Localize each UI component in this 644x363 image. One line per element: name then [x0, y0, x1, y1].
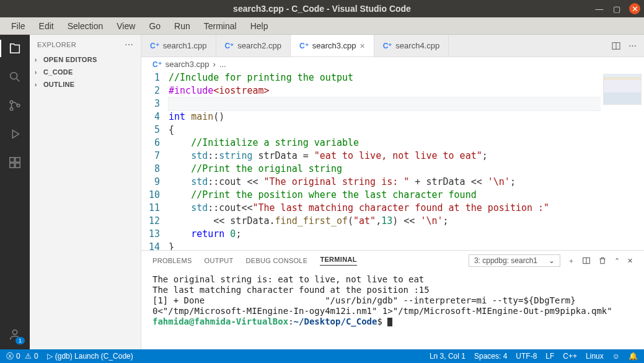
code-line[interactable]: std::cout<<"The last matching character … — [169, 202, 601, 215]
chevron-down-icon: ⌄ — [549, 256, 555, 265]
tab-label: search1.cpp — [163, 41, 207, 50]
menu-help[interactable]: Help — [244, 19, 275, 34]
cpp-file-icon: C⁺ — [152, 60, 162, 69]
status-feedback-icon[interactable]: ☺ — [612, 352, 620, 361]
code-line[interactable]: std::cout << "The original string is: " … — [169, 176, 601, 189]
code-editor[interactable]: 1234567891011121314 //Include for printi… — [141, 71, 601, 250]
status-cursor[interactable]: Ln 3, Col 1 — [430, 352, 465, 361]
panel-tab-terminal[interactable]: TERMINAL — [320, 256, 356, 266]
activity-scm[interactable] — [6, 97, 24, 114]
menu-run[interactable]: Run — [168, 19, 196, 34]
close-button[interactable]: ✕ — [629, 3, 640, 14]
terminal-line: The last matching character found at the… — [152, 285, 633, 295]
status-errors[interactable]: ⓧ 0 ⚠ 0 — [6, 351, 38, 362]
cpp-file-icon: C⁺ — [299, 42, 309, 50]
code-line[interactable]: //Initialize a string variable — [169, 137, 601, 150]
terminal-prompt[interactable]: fahmida@fahmida-VirtualBox:~/Desktop/C_C… — [152, 316, 633, 327]
status-bar: ⓧ 0 ⚠ 0 ▷ (gdb) Launch (C_Code) Ln 3, Co… — [0, 349, 644, 363]
chevron-right-icon: › — [35, 56, 41, 63]
code-line[interactable]: return 0; — [169, 228, 601, 241]
maximize-button[interactable]: ▢ — [612, 4, 622, 14]
window-title: search3.cpp - C_Code - Visual Studio Cod… — [233, 4, 411, 14]
svg-rect-7 — [15, 163, 20, 168]
tab-search2-cpp[interactable]: C⁺search2.cpp — [216, 35, 291, 56]
activity-debug[interactable] — [6, 125, 24, 143]
status-eol[interactable]: LF — [545, 352, 554, 361]
code-line[interactable]: //Print the original string — [169, 163, 601, 176]
chevron-right-icon: › — [35, 69, 41, 76]
status-os[interactable]: Linux — [586, 352, 604, 361]
menu-terminal[interactable]: Terminal — [198, 19, 243, 34]
panel-maximize-icon[interactable]: ⌃ — [614, 257, 620, 265]
bottom-panel: PROBLEMSOUTPUTDEBUG CONSOLETERMINAL 3: c… — [141, 250, 644, 349]
new-terminal-icon[interactable]: ＋ — [568, 256, 575, 266]
cpp-file-icon: C⁺ — [150, 42, 159, 50]
svg-rect-6 — [10, 163, 14, 168]
menubar: FileEditSelectionViewGoRunTerminalHelp — [0, 17, 644, 35]
terminal[interactable]: The original string is: eat to live, not… — [141, 269, 644, 349]
panel-close-icon[interactable]: ✕ — [627, 257, 633, 265]
editor-tabs: C⁺search1.cppC⁺search2.cppC⁺search3.cpp×… — [141, 35, 644, 57]
chevron-right-icon: › — [35, 81, 41, 88]
sidebar: EXPLORER ⋯ ›OPEN EDITORS›C_CODE›OUTLINE — [30, 35, 141, 349]
tab-search4-cpp[interactable]: C⁺search4.cpp — [374, 35, 449, 56]
sidebar-more-icon[interactable]: ⋯ — [125, 40, 133, 50]
menu-file[interactable]: File — [5, 19, 32, 34]
menu-selection[interactable]: Selection — [61, 19, 110, 34]
editor-more-icon[interactable]: ⋯ — [629, 41, 637, 51]
status-lang[interactable]: C++ — [563, 352, 577, 361]
activity-explorer[interactable] — [0, 40, 30, 57]
split-editor-icon[interactable] — [611, 41, 621, 51]
sidebar-section-outline[interactable]: ›OUTLINE — [30, 78, 141, 91]
sidebar-section-open-editors[interactable]: ›OPEN EDITORS — [30, 53, 141, 66]
svg-rect-5 — [15, 158, 20, 162]
close-icon[interactable]: × — [360, 41, 365, 51]
code-line[interactable]: //Include for printing the output — [169, 71, 601, 84]
breadcrumb[interactable]: C⁺ search3.cpp › ... — [141, 57, 644, 71]
code-line[interactable]: int main() — [169, 110, 601, 123]
terminal-picker-label: 3: cppdbg: search1 — [474, 256, 537, 265]
menu-edit[interactable]: Edit — [33, 19, 60, 34]
tab-search3-cpp[interactable]: C⁺search3.cpp× — [291, 35, 374, 56]
cpp-file-icon: C⁺ — [225, 42, 234, 50]
menu-go[interactable]: Go — [143, 19, 167, 34]
svg-point-8 — [12, 330, 17, 334]
code-line[interactable]: { — [169, 123, 601, 137]
minimap[interactable] — [601, 71, 644, 250]
breadcrumb-file: search3.cpp — [165, 60, 210, 69]
menu-view[interactable]: View — [110, 19, 141, 34]
chevron-right-icon: › — [213, 60, 216, 69]
status-debug[interactable]: ▷ (gdb) Launch (C_Code) — [47, 352, 133, 361]
code-line[interactable] — [169, 97, 601, 110]
svg-rect-4 — [10, 158, 14, 162]
svg-point-2 — [10, 107, 13, 110]
panel-tab-problems[interactable]: PROBLEMS — [152, 257, 192, 264]
code-line[interactable]: #include<iostream> — [169, 84, 601, 97]
code-line[interactable]: << strData.find_first_of("at",13) << '\n… — [169, 215, 601, 228]
split-terminal-icon[interactable] — [582, 256, 591, 265]
status-encoding[interactable]: UTF-8 — [516, 352, 537, 361]
svg-point-1 — [10, 101, 13, 104]
minimize-button[interactable]: — — [594, 4, 604, 14]
terminal-line: [1] + Done "/usr/bin/gdb" --interpreter=… — [152, 295, 633, 316]
code-line[interactable]: std::string strData = "eat to live, not … — [169, 150, 601, 163]
breadcrumb-trail: ... — [219, 60, 226, 69]
code-line[interactable]: //Print the position where the last char… — [169, 189, 601, 202]
activity-search[interactable] — [6, 68, 24, 86]
kill-terminal-icon[interactable] — [598, 256, 607, 265]
status-spaces[interactable]: Spaces: 4 — [474, 352, 507, 361]
panel-tab-output[interactable]: OUTPUT — [205, 257, 234, 264]
terminal-picker[interactable]: 3: cppdbg: search1 ⌄ — [469, 254, 560, 267]
status-bell-icon[interactable]: 🔔 — [629, 352, 638, 361]
activity-extensions[interactable] — [6, 154, 24, 171]
terminal-line: The original string is: eat to live, not… — [152, 274, 633, 285]
tab-label: search4.cpp — [395, 41, 439, 50]
tab-label: search2.cpp — [237, 41, 281, 50]
sidebar-title: EXPLORER — [37, 41, 76, 48]
panel-tab-debug-console[interactable]: DEBUG CONSOLE — [246, 257, 308, 264]
sidebar-section-c_code[interactable]: ›C_CODE — [30, 66, 141, 78]
titlebar: search3.cpp - C_Code - Visual Studio Cod… — [0, 0, 644, 17]
tab-search1-cpp[interactable]: C⁺search1.cpp — [141, 35, 216, 56]
code-line[interactable]: } — [169, 241, 601, 250]
account-badge: 1 — [15, 337, 25, 344]
